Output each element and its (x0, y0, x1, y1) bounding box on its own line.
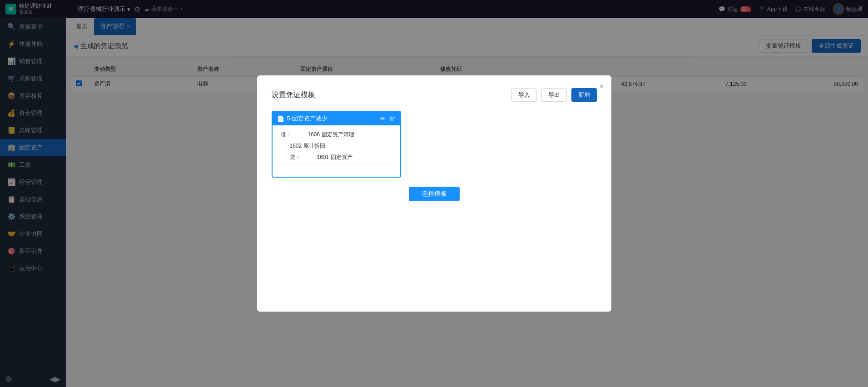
template-card-title: 5-固定资产减少 (287, 114, 328, 123)
select-template-area: 选择模板 (272, 187, 597, 201)
template-empty-row (276, 163, 397, 173)
new-template-button[interactable]: 新增 (571, 88, 597, 102)
template-body: 借： 1606 固定资产清理 1602 累计折旧 贷： (273, 125, 400, 177)
modal-overlay: × 设置凭证模板 导入 导出 新增 📄 5-固定资产减少 (0, 0, 868, 387)
import-button[interactable]: 导入 (511, 88, 537, 102)
template-entry-2: 贷： 1601 固定资产 (276, 152, 397, 163)
select-template-button[interactable]: 选择模板 (409, 187, 460, 201)
template-card-header: 📄 5-固定资产减少 ✏ 🗑 (273, 112, 400, 125)
template-card-actions: ✏ 🗑 (380, 115, 396, 122)
maximize-window-button[interactable]: ⤢ (851, 0, 868, 17)
export-button[interactable]: 导出 (541, 88, 567, 102)
template-list: 📄 5-固定资产减少 ✏ 🗑 借： 1606 (272, 111, 597, 178)
modal-actions: 导入 导出 新增 (511, 88, 597, 102)
delete-icon[interactable]: 🗑 (389, 115, 396, 122)
template-doc-icon: 📄 (277, 115, 284, 122)
edit-icon[interactable]: ✏ (380, 115, 386, 122)
minimize-window-button[interactable]: — (833, 0, 851, 17)
modal-header: 设置凭证模板 导入 导出 新增 (272, 88, 597, 102)
modal-title: 设置凭证模板 (272, 90, 315, 100)
window-controls: — ⤢ (833, 0, 868, 17)
modal-close-button[interactable]: × (599, 82, 604, 91)
modal-dialog: × 设置凭证模板 导入 导出 新增 📄 5-固定资产减少 (257, 75, 611, 312)
template-entry-1: 1602 累计折旧 (276, 140, 397, 152)
template-card: 📄 5-固定资产减少 ✏ 🗑 借： 1606 (272, 111, 401, 178)
template-entry-0: 借： 1606 固定资产清理 (276, 129, 397, 140)
